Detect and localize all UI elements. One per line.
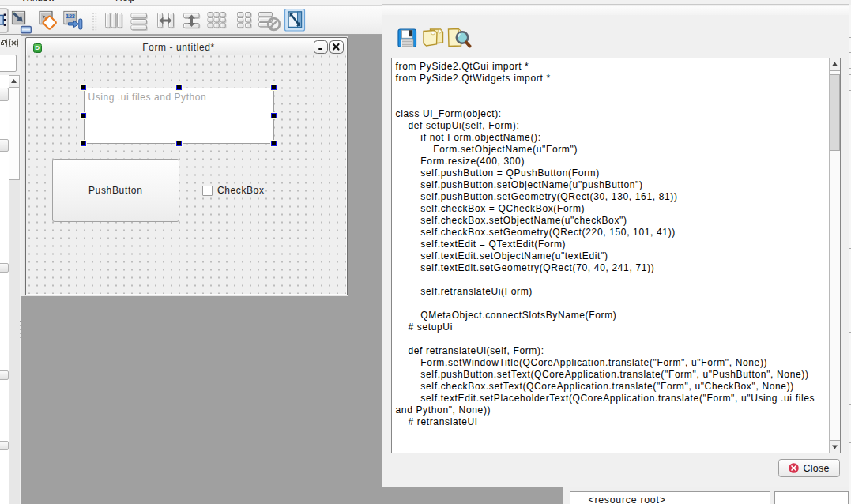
svg-text:123: 123 [66,13,75,20]
